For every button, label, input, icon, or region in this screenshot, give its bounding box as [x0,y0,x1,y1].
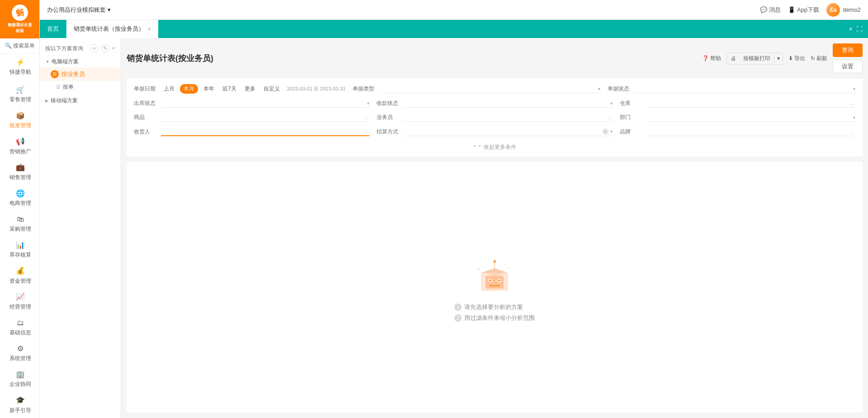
warehouse-more-icon[interactable]: … [850,100,855,106]
consignee-input[interactable] [161,128,363,134]
app-title-text: 办公用品行业模拟账套 [47,6,106,14]
tree-group-mobile-label: 移动端方案 [51,97,78,104]
filter-date-field: 单据日期 上月 本月 本年 近7天 更多 自定义 2023-03-01 至 20… [134,84,345,94]
dept-input[interactable] [647,114,853,120]
date-btn-custom[interactable]: 自定义 [261,84,283,94]
tab-maximize-button[interactable]: ⛶ [856,25,863,33]
consignee-control: … [161,127,369,136]
bill-type-label: 单据类型 [353,85,380,93]
date-btn-7days[interactable]: 近7天 [220,84,239,94]
goods-input[interactable] [161,114,363,120]
date-btn-thismonth[interactable]: 本月 [180,84,198,94]
brand-input[interactable] [647,128,849,135]
sidebar-item-enterprise[interactable]: 🏢 企业协同 [0,366,39,392]
tab-close-right-button[interactable]: × [849,25,853,33]
query-button[interactable]: 查询 [833,43,863,57]
salesperson-input[interactable] [404,114,606,120]
sidebar-item-basic[interactable]: 🗂 基础信息 [0,314,39,340]
refresh-button[interactable]: ↻ 刷新 [811,55,827,62]
print-label: 按模板打印 [740,53,774,64]
sidebar-item-operations[interactable]: 📈 经营管理 [0,288,39,314]
salesperson-control: … [404,113,612,122]
message-label: 消息 [769,6,781,14]
panel-edit-button[interactable]: ✎ [101,44,109,52]
panel-collapse-button[interactable]: « [112,44,115,52]
goods-control: … [161,113,369,122]
consignee-more-icon[interactable]: … [364,128,369,134]
collapse-row: ⌃⌃ 收起更多条件 [134,142,855,151]
tree-group-desktop-header[interactable]: ▼ 电脑端方案 [40,56,121,67]
query-settings-group: 查询 设置 [833,43,863,73]
print-dropdown-icon[interactable]: ▾ [774,53,783,63]
settings-button[interactable]: 设置 [833,60,863,73]
salesperson-icon-badge: 按 [51,70,59,78]
salesperson-icon-text: 按 [52,71,57,77]
out-status-input[interactable] [161,100,367,106]
panel-add-button[interactable]: + [90,44,99,52]
sidebar-item-sales[interactable]: 💼 销售管理 [0,159,39,185]
out-status-control: ▾ [161,99,369,108]
avatar-initials: Ea [830,7,837,13]
bill-type-input[interactable] [380,86,598,92]
date-btn-lastmonth[interactable]: 上月 [161,84,177,94]
warehouse-label: 仓库 [620,100,647,107]
dept-dropdown-icon[interactable]: ▾ [853,115,855,120]
sidebar-item-wholesale[interactable]: 📦 批发管理 [0,107,39,133]
bill-status-input[interactable] [635,86,853,92]
sidebar-item-purchase[interactable]: 🛍 采购管理 [0,211,39,237]
help-button[interactable]: ❓ 帮助 [702,55,721,62]
sidebar-item-retail[interactable]: 🛒 零售管理 [0,81,39,107]
sidebar-item-newbie[interactable]: 🎓 新手引导 [0,392,39,418]
print-button[interactable]: 🖨 按模板打印 ▾ [726,52,783,65]
collapse-up-icon: ⌃⌃ [473,144,482,151]
sidebar-item-quicknav[interactable]: ⚡ 快捷导航 [0,54,39,80]
collapse-button[interactable]: ⌃⌃ 收起更多条件 [473,143,516,151]
filter-consignee-field: 收货人 … [134,127,369,136]
export-button[interactable]: ⬇ 导出 [788,55,805,62]
logo-symbol: 畅 [16,7,24,18]
settle-clear-icon[interactable]: × [602,128,609,135]
sidebar-item-marketing[interactable]: 📢 营销推广 [0,133,39,159]
warehouse-input[interactable] [647,100,849,106]
app-title-dropdown-icon[interactable]: ▾ [108,6,111,13]
user-profile-button[interactable]: Ea demo2 [826,3,861,17]
sidebar-item-system[interactable]: ⚙ 系统管理 [0,340,39,366]
svg-point-8 [493,260,496,263]
brand-more-icon[interactable]: … [850,129,855,134]
tree-item-by-salesperson[interactable]: 按 按业务员 [40,67,121,81]
receive-status-dropdown-icon[interactable]: ▾ [610,101,613,106]
tab-close-button[interactable]: × [148,26,151,32]
search-icon: 🔍 [5,43,12,49]
filter-goods-field: 商品 … [134,113,369,122]
salesperson-more-icon[interactable]: … [608,114,613,120]
app-download-button[interactable]: 📱 App下载 [788,6,819,14]
message-button[interactable]: 💬 消息 [760,6,781,14]
bill-status-dropdown-icon[interactable]: ▾ [853,86,855,91]
bill-type-dropdown-icon[interactable]: ▾ [598,86,600,91]
tree-group-mobile[interactable]: ▶ 移动端方案 [40,95,121,106]
sidebar-item-finance[interactable]: 💰 资金管理 [0,262,39,288]
operations-label: 经营管理 [9,303,31,311]
date-btn-more[interactable]: 更多 [242,84,258,94]
filter-salesperson-field: 业务员 … [377,113,612,122]
sidebar-item-inventory[interactable]: 📊 库存核算 [0,237,39,262]
svg-rect-1 [486,276,504,289]
sidebar-search-menu[interactable]: 🔍 搜索菜单 [0,38,39,54]
tab-active[interactable]: 销货单统计表（按业务员） × [66,20,158,38]
receive-status-input[interactable] [404,100,610,106]
system-label: 系统管理 [9,355,31,362]
empty-content: ✦ ✦ ✦ 1 请先选择要分析的方案 2 用过滤条件来缩小分析范围 [454,252,535,322]
settle-dropdown-icon[interactable]: ▾ [610,129,613,134]
date-btn-thisyear[interactable]: 本年 [201,84,217,94]
panel-header-icons: + ✎ « [90,44,115,52]
topbar-right: 💬 消息 📱 App下载 Ea demo2 [760,3,861,17]
sidebar-item-ecommerce[interactable]: 🌐 电商管理 [0,185,39,211]
topbar: 办公用品行业模拟账套 ▾ 💬 消息 📱 App下载 Ea demo2 [40,0,868,20]
tab-home[interactable]: 首页 [40,20,66,38]
tree-sub-item-by-order[interactable]: ☰ 按单 [40,81,121,93]
out-status-dropdown-icon[interactable]: ▾ [367,101,369,106]
settle-input[interactable] [404,128,602,135]
empty-tip-2: 2 用过滤条件来缩小分析范围 [454,314,535,322]
dept-label: 部门 [620,114,647,121]
goods-more-icon[interactable]: … [364,114,369,120]
